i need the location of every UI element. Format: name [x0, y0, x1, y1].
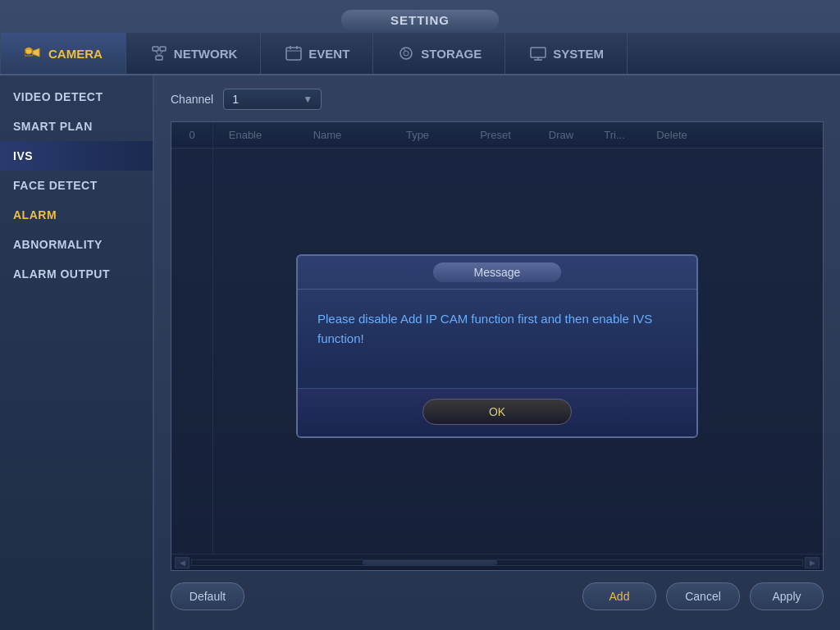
title-bar: SETTING	[0, 0, 840, 33]
dialog-box: Message Please disable Add IP CAM functi…	[296, 254, 698, 438]
sidebar-item-alarm-output[interactable]: ALARM OUTPUT	[0, 259, 153, 289]
tab-system-label: SYSTEM	[553, 47, 604, 61]
right-panel: Channel 1 ▼ 0 Enable Name Type Preset Dr…	[154, 75, 840, 630]
sidebar-item-ivs[interactable]: IVS	[0, 141, 153, 171]
dropdown-icon: ▼	[303, 94, 313, 105]
tab-network-label: NETWORK	[174, 47, 238, 61]
default-button[interactable]: Default	[171, 582, 244, 610]
tab-event[interactable]: EVENT	[261, 33, 373, 74]
channel-row: Channel 1 ▼	[171, 89, 824, 110]
storage-icon	[396, 43, 416, 63]
dialog-footer: OK	[298, 388, 696, 436]
tab-network[interactable]: NETWORK	[126, 33, 262, 74]
sidebar: VIDEO DETECT SMART PLAN IVS FACE DETECT …	[0, 75, 154, 630]
event-icon	[284, 43, 304, 63]
svg-marker-2	[33, 48, 39, 57]
sidebar-item-video-detect[interactable]: VIDEO DETECT	[0, 82, 153, 112]
channel-label: Channel	[171, 93, 213, 106]
svg-line-14	[404, 48, 405, 51]
table-area: 0 Enable Name Type Preset Draw Tri... De…	[171, 121, 824, 571]
svg-point-12	[400, 48, 412, 59]
svg-rect-5	[156, 56, 162, 60]
nav-tabs: CAMERA NETWORK EVENT	[0, 33, 840, 75]
cancel-button[interactable]: Cancel	[666, 582, 740, 610]
dialog-title: Message	[433, 262, 562, 282]
apply-button[interactable]: Apply	[750, 582, 824, 610]
tab-system[interactable]: SYSTEM	[505, 33, 628, 74]
sidebar-item-alarm[interactable]: ALARM	[0, 200, 153, 230]
svg-rect-4	[160, 47, 166, 51]
sidebar-item-smart-plan[interactable]: SMART PLAN	[0, 112, 153, 141]
sidebar-item-abnormality[interactable]: ABNORMALITY	[0, 230, 153, 259]
svg-point-13	[404, 51, 409, 56]
svg-point-0	[25, 48, 32, 54]
network-icon	[149, 43, 169, 63]
svg-rect-8	[286, 48, 301, 60]
svg-rect-3	[153, 47, 158, 51]
dialog-message: Please disable Add IP CAM function first…	[317, 312, 652, 345]
svg-line-6	[155, 51, 159, 56]
add-button[interactable]: Add	[582, 582, 656, 610]
tab-storage-label: STORAGE	[421, 47, 482, 61]
title-text: SETTING	[341, 10, 499, 30]
dialog-body: Please disable Add IP CAM function first…	[298, 290, 696, 388]
svg-rect-15	[531, 48, 546, 57]
dialog-title-bar: Message	[298, 256, 696, 290]
tab-event-label: EVENT	[308, 47, 349, 61]
bottom-bar: Default Add Cancel Apply	[171, 571, 824, 617]
channel-select[interactable]: 1 ▼	[223, 89, 322, 110]
svg-line-7	[159, 51, 163, 56]
tab-camera[interactable]: CAMERA	[0, 33, 126, 74]
tab-storage[interactable]: STORAGE	[373, 33, 505, 74]
system-icon	[528, 43, 548, 63]
dialog-ok-button[interactable]: OK	[422, 399, 572, 425]
dialog-overlay: Message Please disable Add IP CAM functi…	[171, 122, 823, 570]
sidebar-item-face-detect[interactable]: FACE DETECT	[0, 171, 153, 200]
camera-icon	[24, 43, 43, 63]
main-content: VIDEO DETECT SMART PLAN IVS FACE DETECT …	[0, 75, 840, 630]
tab-camera-label: CAMERA	[48, 47, 103, 61]
channel-value: 1	[232, 93, 239, 106]
